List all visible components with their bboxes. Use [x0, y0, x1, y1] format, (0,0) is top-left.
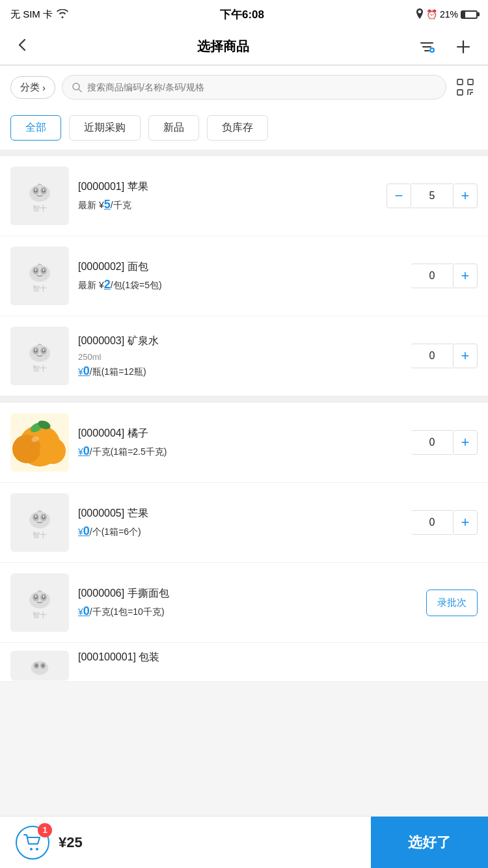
qty-input-0[interactable] [411, 183, 453, 208]
list-separator [0, 150, 488, 156]
svg-point-17 [29, 185, 50, 202]
qty-plus-1[interactable]: + [453, 264, 478, 288]
product-name-2: [0000003] 矿泉水 [78, 334, 402, 348]
product-price-5: ¥0/千克(1包=10千克) [78, 604, 417, 618]
svg-rect-11 [468, 79, 473, 85]
list-separator-2 [0, 396, 488, 403]
qty-control-2: + [411, 344, 478, 368]
qty-input-4[interactable] [411, 510, 453, 535]
svg-point-57 [43, 595, 44, 597]
tab-new[interactable]: 新品 [148, 115, 199, 141]
status-time: 下午6:08 [220, 7, 264, 22]
svg-rect-1 [422, 46, 431, 47]
qty-input-2[interactable] [411, 344, 453, 368]
qty-plus-0[interactable]: + [453, 183, 478, 208]
owl-icon [25, 179, 54, 202]
tab-negative-stock[interactable]: 负库存 [207, 115, 268, 141]
cart-area: 1 ¥25 [0, 826, 371, 860]
qty-input-1[interactable] [411, 264, 453, 288]
add-button[interactable] [452, 35, 475, 59]
tab-row: 全部 近期采购 新品 负库存 [0, 109, 488, 150]
battery-icon [461, 10, 478, 19]
qty-minus-0[interactable]: − [386, 183, 411, 208]
product-thumb-0: 智十 [10, 167, 69, 225]
product-thumb-6 [10, 651, 69, 681]
cart-icon [23, 834, 42, 852]
back-button[interactable] [13, 36, 31, 58]
owl-brand-text: 智十 [33, 530, 47, 540]
qty-control-3: + [411, 430, 478, 455]
owl-brand-text: 智十 [33, 284, 47, 293]
qty-control-1: + [411, 264, 478, 288]
batch-button-5[interactable]: 录批次 [426, 590, 478, 616]
list-item: 智十 [0000001] 苹果 最新 ¥5/千克 − + [0, 156, 488, 236]
svg-point-56 [35, 595, 36, 597]
svg-point-44 [29, 511, 50, 528]
qty-plus-4[interactable]: + [453, 510, 478, 535]
search-box[interactable] [62, 75, 446, 100]
svg-point-62 [42, 664, 45, 668]
product-name-1: [0000002] 面包 [78, 260, 402, 274]
svg-point-61 [35, 664, 38, 668]
qty-input-3[interactable] [411, 430, 453, 455]
product-thumb-2: 智十 [10, 327, 69, 385]
product-name-4: [0000005] 芒果 [78, 507, 402, 521]
svg-point-31 [29, 345, 50, 362]
product-price-3: ¥0/千克(1箱=2.5千克) [78, 444, 402, 458]
owl-icon [25, 339, 54, 362]
search-icon [72, 82, 82, 92]
tab-all[interactable]: 全部 [10, 115, 61, 141]
list-item: 智十 [0000006] 手撕面包 ¥0/千克(1包=10千克) 录批次 [0, 563, 488, 643]
svg-point-40 [40, 438, 66, 464]
svg-point-50 [43, 515, 44, 517]
status-bar: 无 SIM 卡 下午6:08 ⏰ 21% [0, 0, 488, 29]
product-price-4: ¥0/个(1箱=6个) [78, 524, 402, 538]
search-input[interactable] [87, 82, 437, 92]
svg-point-37 [43, 349, 44, 350]
svg-line-9 [79, 89, 81, 92]
product-thumb-5: 智十 [10, 573, 69, 632]
product-name-3: [0000004] 橘子 [78, 427, 402, 441]
confirm-button[interactable]: 选好了 [371, 817, 488, 869]
svg-point-51 [29, 591, 50, 608]
owl-brand-text: 智十 [33, 364, 47, 373]
svg-point-63 [30, 848, 33, 850]
product-price-0: 最新 ¥5/千克 [78, 198, 377, 211]
product-info-3: [0000004] 橘子 ¥0/千克(1箱=2.5千克) [78, 427, 402, 458]
product-info-5: [0000006] 手撕面包 ¥0/千克(1包=10千克) [78, 587, 417, 618]
battery-pct: 21% [440, 9, 458, 20]
cart-button[interactable]: 1 [16, 826, 49, 860]
wifi-icon [57, 9, 68, 20]
list-item: 智十 [0000005] 芒果 ¥0/个(1箱=6个) + [0, 483, 488, 563]
svg-point-23 [43, 189, 44, 190]
location-icon [416, 8, 424, 21]
qty-plus-2[interactable]: + [453, 344, 478, 368]
owl-icon [25, 656, 54, 675]
cart-total: ¥25 [59, 834, 83, 851]
nav-bar: 选择商品 [0, 29, 488, 65]
svg-point-29 [35, 269, 36, 270]
svg-rect-2 [424, 50, 429, 51]
product-thumb-3 [10, 413, 69, 472]
product-name-6: [000100001] 包装 [78, 651, 478, 664]
owl-brand-text: 智十 [33, 204, 47, 213]
scan-button[interactable] [453, 75, 478, 100]
cart-badge: 1 [38, 823, 52, 837]
nav-icons [415, 35, 475, 59]
qty-plus-3[interactable]: + [453, 430, 478, 455]
product-thumb-1: 智十 [10, 247, 69, 305]
svg-rect-12 [457, 90, 463, 95]
svg-point-58 [31, 661, 49, 675]
category-button[interactable]: 分类 › [10, 76, 55, 99]
list-item: [0000004] 橘子 ¥0/千克(1箱=2.5千克) + [0, 403, 488, 483]
category-chevron: › [42, 82, 46, 93]
product-info-1: [0000002] 面包 最新 ¥2/包(1袋=5包) [78, 260, 402, 292]
qty-control-5: 录批次 [426, 590, 478, 616]
svg-point-64 [36, 848, 38, 850]
svg-rect-0 [420, 42, 433, 44]
owl-icon [25, 259, 54, 282]
filter-button[interactable] [415, 35, 439, 59]
owl-icon [25, 586, 54, 609]
product-info-0: [0000001] 苹果 最新 ¥5/千克 [78, 180, 377, 211]
tab-recent[interactable]: 近期采购 [69, 115, 141, 141]
